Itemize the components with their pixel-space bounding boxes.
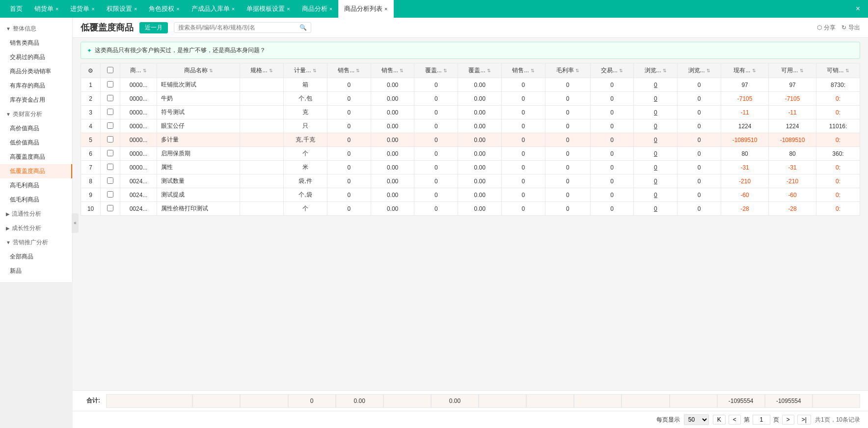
share-button[interactable]: ⬡ 分享 xyxy=(817,24,836,32)
sidebar-item-low-value[interactable]: 低价值商品 xyxy=(0,136,72,150)
sort-icon-name[interactable]: ⇅ xyxy=(209,68,213,73)
sidebar-item-low-coverage[interactable]: 低覆盖度商品 xyxy=(0,164,72,178)
sort-icon-cover1[interactable]: ⇅ xyxy=(443,68,447,73)
sidebar-section-overall[interactable]: ▼ 整体信息 xyxy=(0,22,72,36)
last-page-button[interactable]: >| xyxy=(797,415,811,425)
search-input[interactable] xyxy=(178,24,298,31)
cell-browse1[interactable]: 0 xyxy=(634,133,678,147)
nav-close-templates[interactable]: × xyxy=(287,6,290,12)
sidebar-item-category-rate[interactable]: 商品分类动销率 xyxy=(0,64,72,79)
cell-checkbox[interactable] xyxy=(101,92,120,106)
sort-icon-sales1[interactable]: ⇅ xyxy=(356,68,360,73)
settings-icon[interactable]: ⚙ xyxy=(88,67,93,74)
sort-icon-sellable[interactable]: ⇅ xyxy=(845,68,849,73)
window-close-button[interactable]: × xyxy=(852,4,864,13)
nav-home[interactable]: 首页 xyxy=(4,0,28,18)
cell-browse1[interactable]: 0 xyxy=(634,147,678,161)
sort-icon-profit[interactable]: ⇅ xyxy=(575,68,579,73)
select-all-checkbox[interactable] xyxy=(107,67,113,73)
cell-name: 眼宝公仔 xyxy=(157,119,240,133)
row-checkbox[interactable] xyxy=(107,150,113,156)
sidebar-item-capital-usage[interactable]: 库存资金占用 xyxy=(0,93,72,107)
row-checkbox[interactable] xyxy=(107,177,113,184)
cell-browse1[interactable]: 0 xyxy=(634,106,678,119)
page-input[interactable] xyxy=(753,415,770,425)
next-page-button[interactable]: > xyxy=(782,415,794,425)
nav-analysis[interactable]: 商品分析 × xyxy=(296,0,338,18)
sort-icon-code[interactable]: ⇅ xyxy=(143,68,147,73)
row-checkbox[interactable] xyxy=(107,81,113,87)
row-checkbox[interactable] xyxy=(107,191,113,198)
row-checkbox[interactable] xyxy=(107,122,113,129)
cell-checkbox[interactable] xyxy=(101,106,120,119)
sort-icon-current[interactable]: ⇅ xyxy=(752,68,756,73)
cell-checkbox[interactable] xyxy=(101,202,120,216)
cell-checkbox[interactable] xyxy=(101,78,120,92)
nav-products[interactable]: 产成品入库单 × xyxy=(186,0,241,18)
sidebar-item-high-coverage[interactable]: 高覆盖度商品 xyxy=(0,150,72,164)
cell-browse1[interactable]: 0 xyxy=(634,174,678,188)
nav-close-permissions[interactable]: × xyxy=(134,6,137,12)
cell-checkbox[interactable] xyxy=(101,147,120,161)
search-icon[interactable]: 🔍 xyxy=(299,24,307,31)
cell-spec xyxy=(240,106,284,119)
sidebar-section-quality[interactable]: ▼ 类财富分析 xyxy=(0,107,72,121)
sidebar-collapse-button[interactable]: « xyxy=(72,213,79,233)
sort-icon-sales3[interactable]: ⇅ xyxy=(531,68,535,73)
sort-icon-browse2[interactable]: ⇅ xyxy=(706,68,710,73)
cell-browse1[interactable]: 0 xyxy=(634,92,678,106)
row-checkbox[interactable] xyxy=(107,205,113,211)
sort-icon-available[interactable]: ⇅ xyxy=(800,68,804,73)
cell-checkbox[interactable] xyxy=(101,133,120,147)
export-button[interactable]: ↻ 导出 xyxy=(841,24,860,32)
sort-icon-cover2[interactable]: ⇅ xyxy=(487,68,491,73)
col-spec: 规格... ⇅ xyxy=(240,63,284,78)
sidebar-item-high-profit[interactable]: 高毛利商品 xyxy=(0,178,72,193)
sort-icon-browse1[interactable]: ⇅ xyxy=(663,68,667,73)
cell-checkbox[interactable] xyxy=(101,119,120,133)
sidebar-item-low-profit[interactable]: 低毛利商品 xyxy=(0,193,72,207)
date-filter-recent-month[interactable]: 近一月 xyxy=(139,22,168,33)
sidebar-item-new-goods[interactable]: 新品 xyxy=(0,264,72,278)
prev-page-button[interactable]: < xyxy=(729,415,741,425)
sidebar-section-growth[interactable]: ▶ 成长性分析 xyxy=(0,221,72,235)
row-checkbox[interactable] xyxy=(107,136,113,143)
sidebar-item-sales-goods[interactable]: 销售类商品 xyxy=(0,36,72,50)
cell-checkbox[interactable] xyxy=(101,161,120,174)
nav-templates[interactable]: 单据模板设置 × xyxy=(241,0,296,18)
nav-purchase[interactable]: 进货单 × xyxy=(64,0,100,18)
sort-icon-trade[interactable]: ⇅ xyxy=(619,68,623,73)
row-checkbox[interactable] xyxy=(107,95,113,101)
nav-analysis-list[interactable]: 商品分析列表 × xyxy=(338,0,393,18)
nav-sales[interactable]: 销货单 × xyxy=(28,0,64,18)
cell-browse1[interactable]: 0 xyxy=(634,188,678,202)
nav-roles[interactable]: 角色授权 × xyxy=(143,0,185,18)
cell-checkbox[interactable] xyxy=(101,188,120,202)
nav-close-analysis-list[interactable]: × xyxy=(384,6,387,12)
nav-close-purchase[interactable]: × xyxy=(91,6,94,12)
row-checkbox[interactable] xyxy=(107,109,113,115)
cell-browse1[interactable]: 0 xyxy=(634,161,678,174)
sort-icon-unit[interactable]: ⇅ xyxy=(313,68,317,73)
sidebar-item-all-goods[interactable]: 全部商品 xyxy=(0,250,72,264)
row-checkbox[interactable] xyxy=(107,164,113,170)
sidebar-item-traded-goods[interactable]: 交易过的商品 xyxy=(0,50,72,64)
cell-browse1[interactable]: 0 xyxy=(634,202,678,216)
first-page-button[interactable]: K xyxy=(713,415,726,425)
sidebar-item-high-value[interactable]: 高价值商品 xyxy=(0,121,72,136)
cell-checkbox[interactable] xyxy=(101,174,120,188)
sidebar-section-marketing[interactable]: ▼ 营销推广分析 xyxy=(0,235,72,250)
nav-close-analysis[interactable]: × xyxy=(329,6,332,12)
cell-browse1[interactable]: 0 xyxy=(634,78,678,92)
nav-close-roles[interactable]: × xyxy=(176,6,179,12)
cell-browse1[interactable]: 0 xyxy=(634,119,678,133)
nav-close-sales[interactable]: × xyxy=(55,6,58,12)
sort-icon-sales2[interactable]: ⇅ xyxy=(400,68,404,73)
nav-permissions[interactable]: 权限设置 × xyxy=(101,0,143,18)
nav-close-products[interactable]: × xyxy=(232,6,235,12)
sidebar-item-stock-goods[interactable]: 有库存的商品 xyxy=(0,79,72,93)
page-size-select[interactable]: 50 100 200 xyxy=(684,414,709,425)
sidebar-section-flow[interactable]: ▶ 流通性分析 xyxy=(0,207,72,221)
sort-icon-spec[interactable]: ⇅ xyxy=(269,68,273,73)
col-settings[interactable]: ⚙ xyxy=(81,63,101,78)
